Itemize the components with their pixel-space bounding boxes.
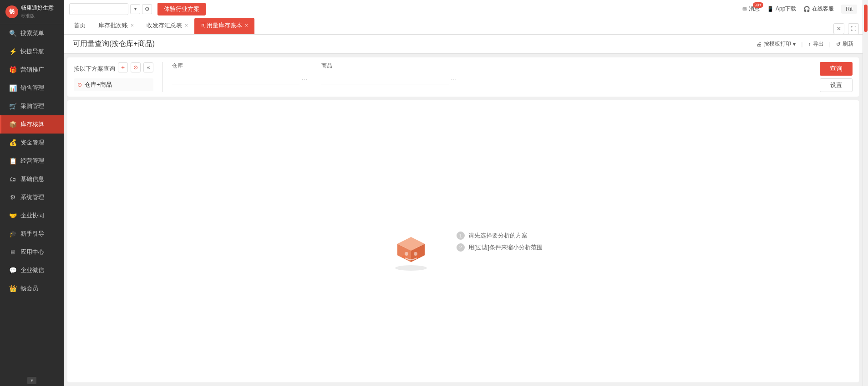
empty-illustration <box>384 214 438 269</box>
sidebar-label-marketing: 营销推广 <box>20 66 44 74</box>
sidebar-item-operations[interactable]: 📋 经营管理 <box>0 152 64 170</box>
sidebar-icon-system: ⚙ <box>9 194 17 201</box>
sidebar-item-vip[interactable]: 👑 畅会员 <box>0 279 64 298</box>
empty-hint-2: 2 用[过滤]条件来缩小分析范围 <box>457 243 543 252</box>
page-title: 可用量查询(按仓库+商品) <box>73 39 155 49</box>
warehouse-more-button[interactable]: … <box>301 74 308 82</box>
sidebar-label-search: 搜索菜单 <box>20 29 44 37</box>
online-support-button[interactable]: 🎧 在线客服 <box>803 5 834 13</box>
industry-solution-button[interactable]: 体验行业方案 <box>157 3 206 15</box>
scroll-down-btn[interactable]: ▼ <box>27 377 36 384</box>
search-dropdown-btn[interactable]: ▾ <box>130 4 140 14</box>
page-header: 可用量查询(按仓库+商品) 🖨 按模板打印 ▾ | ↑ 导出 | ↺ 刷新 <box>64 35 863 54</box>
filter-fields-row: 仓库 … 商品 … <box>172 62 815 84</box>
app-download-button[interactable]: 📱 App下载 <box>767 5 796 13</box>
tab-batch-ledger[interactable]: 库存批次账 × <box>92 18 140 34</box>
empty-hint-1: 1 请先选择要分析的方案 <box>457 232 543 240</box>
sidebar-label-operations: 经营管理 <box>20 157 44 165</box>
sidebar-header: 畅 畅康通好生意 标准版 <box>0 0 64 24</box>
sidebar-item-basic[interactable]: 🗂 基础信息 <box>0 170 64 188</box>
scrollbar-thumb[interactable] <box>864 5 868 32</box>
sidebar: 畅 畅康通好生意 标准版 🔍 搜索菜单 ⚡ 快捷导航 🎁 营销推广 📊 销售管理… <box>0 0 64 386</box>
tab-available-ledger-close[interactable]: × <box>245 23 248 28</box>
warehouse-input[interactable] <box>172 72 299 84</box>
tab-expand-button[interactable]: ⛶ <box>848 23 859 34</box>
svg-point-0 <box>395 265 427 271</box>
sidebar-icon-vip: 👑 <box>9 285 17 292</box>
filter-settings-button[interactable]: 设置 <box>820 78 853 92</box>
sidebar-label-vip: 畅会员 <box>20 284 38 293</box>
messages-button[interactable]: ✉ 消息 99+ <box>742 5 760 13</box>
message-badge: 99+ <box>753 2 763 8</box>
settings-gear-icon[interactable]: ⚙ <box>142 4 152 14</box>
sidebar-icon-sales: 📊 <box>9 84 17 92</box>
sidebar-icon-operations: 📋 <box>9 157 17 165</box>
action-separator-1: | <box>801 41 802 47</box>
topbar: ▾ ⚙ 体验行业方案 ✉ 消息 99+ 📱 App下载 🎧 在线客服 Rit <box>64 0 863 18</box>
tab-available-ledger-label: 可用量库存账本 <box>201 21 242 30</box>
sidebar-icon-inventory: 📦 <box>9 121 17 128</box>
user-menu-button[interactable]: Rit <box>841 5 857 14</box>
filter-row: 按以下方案查询 + ⊙ « ⊙ 仓库+商品 <box>74 62 853 92</box>
sidebar-item-newbie[interactable]: 🎓 新手引导 <box>0 225 64 243</box>
sidebar-label-app-center: 应用中心 <box>20 248 44 256</box>
svg-point-5 <box>405 252 408 256</box>
empty-box-svg <box>388 228 434 273</box>
sidebar-icon-marketing: 🎁 <box>9 66 17 73</box>
sidebar-item-system[interactable]: ⚙ 系统管理 <box>0 188 64 206</box>
sidebar-label-newbie: 新手引导 <box>20 230 44 238</box>
filter-scheme-warehouse-goods[interactable]: ⊙ 仓库+商品 <box>74 78 153 91</box>
topbar-search-area: ▾ ⚙ <box>69 3 152 15</box>
svg-point-7 <box>402 255 406 258</box>
tab-recv-summary-close[interactable]: × <box>185 23 188 28</box>
sidebar-item-wechat[interactable]: 💬 企业微信 <box>0 261 64 279</box>
sidebar-item-enterprise[interactable]: 🤝 企业协同 <box>0 206 64 225</box>
empty-hints: 1 请先选择要分析的方案 2 用[过滤]条件来缩小分析范围 <box>457 232 543 252</box>
tab-batch-ledger-close[interactable]: × <box>131 23 134 28</box>
sidebar-item-purchase[interactable]: 🛒 采购管理 <box>0 97 64 115</box>
refresh-button[interactable]: ↺ 刷新 <box>836 40 853 48</box>
sidebar-item-sales[interactable]: 📊 销售管理 <box>0 79 64 97</box>
tab-close-all-button[interactable]: ✕ <box>833 23 844 34</box>
query-button[interactable]: 查询 <box>820 62 853 76</box>
app-logo: 畅 畅康通好生意 标准版 <box>5 5 58 19</box>
filter-fields-area: 仓库 … 商品 … <box>172 62 815 84</box>
filter-area: 按以下方案查询 + ⊙ « ⊙ 仓库+商品 <box>67 57 859 97</box>
sidebar-icon-app-center: 🖥 <box>9 248 17 256</box>
sidebar-icon-newbie: 🎓 <box>9 230 17 237</box>
sidebar-item-finance[interactable]: 💰 资金管理 <box>0 134 64 152</box>
export-button[interactable]: ↑ 导出 <box>808 40 824 48</box>
sidebar-item-inventory[interactable]: 📦 库存核算 <box>0 115 64 134</box>
right-scrollbar[interactable] <box>863 0 868 386</box>
goods-more-button[interactable]: … <box>451 74 457 82</box>
filter-scheme-panel: 按以下方案查询 + ⊙ « ⊙ 仓库+商品 <box>74 62 153 91</box>
sidebar-item-search[interactable]: 🔍 搜索菜单 <box>0 24 64 42</box>
tab-home-label: 首页 <box>74 21 86 30</box>
filter-collapse-button[interactable]: « <box>143 62 153 72</box>
sidebar-scroll-down[interactable]: ▼ <box>0 375 64 386</box>
tab-recv-summary[interactable]: 收发存汇总表 × <box>140 18 194 34</box>
sidebar-item-app-center[interactable]: 🖥 应用中心 <box>0 243 64 261</box>
empty-state-area: 1 请先选择要分析的方案 2 用[过滤]条件来缩小分析范围 <box>67 100 859 382</box>
sidebar-item-quick-nav[interactable]: ⚡ 快捷导航 <box>0 42 64 61</box>
filter-goods-field: 商品 … <box>321 62 457 84</box>
scheme-label: 仓库+商品 <box>85 81 112 89</box>
search-input[interactable] <box>69 3 128 15</box>
export-icon: ↑ <box>808 41 811 47</box>
filter-add-scheme-button[interactable]: + <box>118 62 128 72</box>
print-template-button[interactable]: 🖨 按模板打印 ▾ <box>756 40 796 48</box>
tab-home[interactable]: 首页 <box>67 18 92 34</box>
print-dropdown-icon: ▾ <box>793 41 796 47</box>
action-separator-2: | <box>829 41 831 47</box>
sidebar-item-marketing[interactable]: 🎁 营销推广 <box>0 61 64 79</box>
filter-scheme-settings-button[interactable]: ⊙ <box>131 62 141 72</box>
tabbar-right-actions: ✕ ⛶ <box>833 23 859 34</box>
hint-num-2: 2 <box>457 243 465 252</box>
tab-recv-summary-label: 收发存汇总表 <box>147 21 182 30</box>
topbar-right-actions: ✉ 消息 99+ 📱 App下载 🎧 在线客服 Rit <box>742 5 857 14</box>
sidebar-label-sales: 销售管理 <box>20 84 44 92</box>
tab-available-ledger[interactable]: 可用量库存账本 × <box>194 18 254 34</box>
warehouse-input-row: … <box>172 72 308 84</box>
print-icon: 🖨 <box>756 41 762 47</box>
goods-input[interactable] <box>321 72 449 84</box>
